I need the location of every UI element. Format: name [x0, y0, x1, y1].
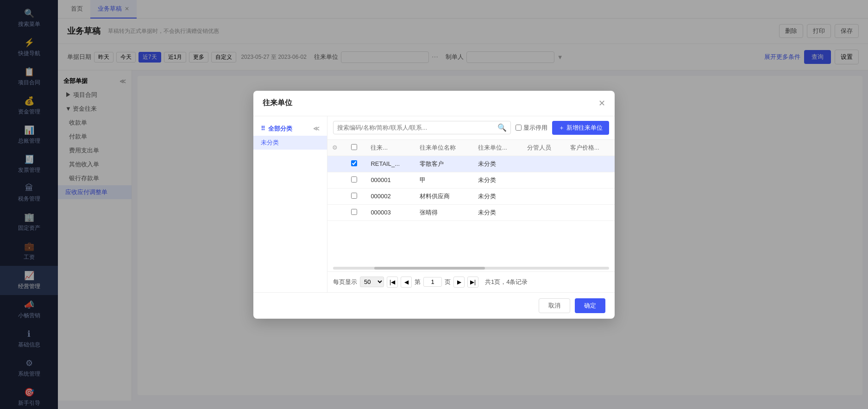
row-name: 张晴得	[415, 204, 473, 220]
modal-left-panel: ⠿ 全部分类 ≪ 未分类	[253, 116, 327, 292]
search-icon: 🔍	[497, 123, 507, 132]
row-select-checkbox[interactable]	[351, 209, 357, 215]
col-name: 往来单位名称	[415, 140, 473, 156]
row-price	[566, 204, 615, 220]
gear-icon[interactable]: ⚙	[332, 144, 338, 151]
row-checkbox	[346, 172, 366, 188]
page-number-input[interactable]	[423, 277, 442, 287]
table-row[interactable]: 000001 甲 未分类	[327, 172, 615, 188]
row-price	[566, 156, 615, 172]
row-select-checkbox[interactable]	[351, 160, 357, 166]
row-code: 000003	[366, 204, 415, 220]
per-page-select[interactable]: 50 100	[360, 277, 384, 287]
table-row[interactable]: 000002 材料供应商 未分类	[327, 188, 615, 204]
col-gear: ⚙	[327, 140, 346, 156]
table-row[interactable]: 000003 张晴得 未分类	[327, 204, 615, 220]
row-gear	[327, 188, 346, 204]
row-code: 000001	[366, 172, 415, 188]
modal-header: 往来单位 ✕	[253, 91, 615, 116]
unclassified-category[interactable]: 未分类	[253, 136, 327, 150]
modal-footer: 取消 确定	[253, 292, 615, 319]
row-category: 未分类	[473, 172, 522, 188]
row-gear	[327, 172, 346, 188]
page-suffix-label: 页	[445, 278, 451, 286]
add-partner-button[interactable]: ＋ 新增往来单位	[552, 121, 609, 135]
row-manager	[522, 172, 565, 188]
all-category-header[interactable]: ⠿ 全部分类 ≪	[253, 122, 327, 136]
row-name: 甲	[415, 172, 473, 188]
modal-body: ⠿ 全部分类 ≪ 未分类 🔍 显示停用	[253, 116, 615, 292]
row-checkbox	[346, 188, 366, 204]
cancel-button[interactable]: 取消	[539, 298, 570, 313]
col-code: 往来...	[366, 140, 415, 156]
last-page-button[interactable]: ▶|	[467, 277, 478, 288]
modal-data-table: ⚙ 往来... 往来单位名称 往来单位... 分管人员 客户价格...	[327, 140, 615, 265]
row-category: 未分类	[473, 156, 522, 172]
first-page-button[interactable]: |◀	[387, 277, 398, 288]
row-code: RETAIL_...	[366, 156, 415, 172]
table-row[interactable]: RETAIL_... 零散客户 未分类	[327, 156, 615, 172]
row-category: 未分类	[473, 188, 522, 204]
modal-right-panel: 🔍 显示停用 ＋ 新增往来单位 ⚙	[327, 116, 615, 292]
next-page-button[interactable]: ▶	[453, 277, 465, 288]
row-gear	[327, 156, 346, 172]
grid-icon: ⠿	[261, 125, 265, 132]
confirm-button[interactable]: 确定	[575, 298, 605, 313]
row-manager	[522, 188, 565, 204]
show-inactive-label[interactable]: 显示停用	[516, 124, 547, 132]
row-category: 未分类	[473, 204, 522, 220]
row-checkbox	[346, 156, 366, 172]
col-price: 客户价格...	[566, 140, 615, 156]
page-num-label: 第	[415, 278, 421, 286]
all-category-label: 全部分类	[268, 125, 292, 133]
row-gear	[327, 204, 346, 220]
modal-overlay: 往来单位 ✕ ⠿ 全部分类 ≪ 未分类	[0, 0, 868, 409]
left-panel-collapse-icon[interactable]: ≪	[313, 125, 320, 132]
table-header-row: ⚙ 往来... 往来单位名称 往来单位... 分管人员 客户价格...	[327, 140, 615, 156]
row-name: 材料供应商	[415, 188, 473, 204]
row-code: 000002	[366, 188, 415, 204]
row-name: 零散客户	[415, 156, 473, 172]
col-manager: 分管人员	[522, 140, 565, 156]
row-select-checkbox[interactable]	[351, 193, 357, 199]
select-all-checkbox[interactable]	[351, 144, 357, 150]
modal-toolbar: 🔍 显示停用 ＋ 新增往来单位	[327, 116, 615, 140]
row-manager	[522, 204, 565, 220]
partner-search-input[interactable]	[337, 124, 496, 131]
modal-title: 往来单位	[263, 98, 292, 108]
col-category: 往来单位...	[473, 140, 522, 156]
col-checkbox	[346, 140, 366, 156]
total-records: 共1页，4条记录	[485, 278, 528, 286]
modal-close-button[interactable]: ✕	[598, 98, 605, 108]
per-page-label: 每页显示	[333, 278, 357, 286]
partner-modal: 往来单位 ✕ ⠿ 全部分类 ≪ 未分类	[253, 91, 615, 319]
row-price	[566, 188, 615, 204]
row-price	[566, 172, 615, 188]
partner-search-box: 🔍	[333, 121, 511, 134]
row-manager	[522, 156, 565, 172]
prev-page-button[interactable]: ◀	[401, 277, 412, 288]
show-inactive-checkbox[interactable]	[516, 125, 522, 131]
pagination: 每页显示 50 100 |◀ ◀ 第 页 ▶ ▶| 共1页，4条记录	[327, 271, 615, 292]
row-select-checkbox[interactable]	[351, 176, 357, 182]
horizontal-scrollbar[interactable]	[327, 265, 615, 271]
unclassified-label: 未分类	[261, 139, 279, 146]
row-checkbox	[346, 204, 366, 220]
